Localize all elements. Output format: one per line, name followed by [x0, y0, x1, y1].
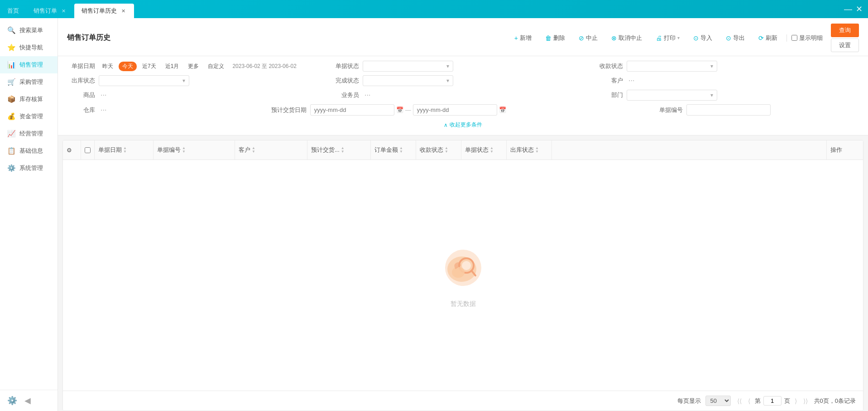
expected-date-control: 📅 — 📅: [310, 104, 655, 116]
th-payment-status[interactable]: 收款状态 ▲▼: [416, 140, 461, 160]
th-settings[interactable]: ⚙: [63, 140, 81, 160]
order-status-select[interactable]: ▾: [363, 61, 453, 72]
th-date-label: 单据日期: [98, 146, 122, 154]
completion-status-chevron-icon: ▾: [446, 77, 449, 84]
sidebar-item-sys-mgmt[interactable]: ⚙️ 系统管理: [0, 160, 58, 177]
th-delivery-status[interactable]: 出库状态 ▲▼: [507, 140, 552, 160]
display-detail-checkbox[interactable]: [791, 35, 797, 41]
cancel-stop-label: 取消中止: [619, 34, 642, 42]
toolbar-divider: [786, 34, 787, 42]
window-minimize-icon[interactable]: —: [844, 5, 852, 14]
date-sort-icon: ▲▼: [123, 146, 127, 154]
department-select[interactable]: ▾: [627, 90, 717, 101]
page-next-button[interactable]: ⟩: [793, 396, 799, 406]
th-order-no-label: 单据编号: [157, 146, 181, 154]
customer-more-icon[interactable]: ···: [627, 77, 636, 85]
shortcut-custom[interactable]: 自定义: [204, 62, 228, 71]
sidebar-item-finance[interactable]: 💰 资金管理: [0, 108, 58, 125]
salesperson-more-icon[interactable]: ···: [363, 91, 372, 99]
query-button[interactable]: 查询: [831, 24, 859, 37]
new-icon: +: [514, 34, 518, 42]
shortcut-yesterday[interactable]: 昨天: [99, 62, 117, 71]
th-order-status-label: 单据状态: [465, 146, 489, 154]
window-close-icon[interactable]: ✕: [856, 4, 863, 14]
expected-date-start[interactable]: [310, 104, 394, 116]
page-last-button[interactable]: ⟩⟩: [801, 396, 810, 406]
order-no-input[interactable]: [686, 104, 771, 116]
import-button[interactable]: ⊙ 导入: [689, 32, 717, 44]
department-control: ▾: [627, 90, 859, 101]
payment-status-select[interactable]: ▾: [627, 61, 717, 72]
goods-more-icon[interactable]: ···: [99, 91, 108, 99]
sidebar-item-base-info[interactable]: 📋 基础信息: [0, 142, 58, 160]
tab-sales-order-close[interactable]: ✕: [60, 7, 67, 15]
department-label: 部门: [595, 91, 627, 99]
table-body: 暂无数据: [63, 160, 863, 391]
completion-status-select[interactable]: ▾: [363, 75, 453, 86]
page-size-select[interactable]: 50 20 100: [705, 396, 731, 406]
delivery-status-select[interactable]: ▾: [99, 75, 189, 86]
select-all-checkbox[interactable]: [85, 147, 91, 153]
shortcut-more[interactable]: 更多: [184, 62, 202, 71]
sidebar-item-inventory[interactable]: 📦 库存核算: [0, 91, 58, 108]
cancel-stop-button[interactable]: ⊗ 取消中止: [607, 32, 647, 44]
goods-control: ···: [99, 91, 331, 99]
delivery-status-sort-icon: ▲▼: [535, 146, 539, 154]
new-button[interactable]: + 新增: [510, 32, 536, 44]
th-order-no[interactable]: 单据编号 ▲▼: [153, 140, 235, 160]
top-bar: 首页 销售订单 ✕ 销售订单历史 ✕ — ✕: [0, 0, 868, 18]
stop-button[interactable]: ⊘ 中止: [574, 32, 602, 44]
expected-date-sort-icon: ▲▼: [341, 146, 345, 154]
display-detail-check[interactable]: 显示明细: [791, 34, 823, 42]
warehouse-more-icon[interactable]: ···: [99, 106, 108, 114]
filter-row-1: 单据日期 昨天 今天 近7天 近1月 更多 自定义 2023-06-02 至 2…: [67, 61, 859, 72]
quick-nav-icon: ⭐: [7, 44, 16, 52]
total-label: 共0页，0条记录: [814, 397, 856, 405]
th-order-status[interactable]: 单据状态 ▲▼: [461, 140, 507, 160]
sidebar-settings-icon[interactable]: ⚙️: [7, 396, 17, 406]
th-amount[interactable]: 订单金额 ▲▼: [371, 140, 416, 160]
filter-row-3: 商品 ··· 业务员 ··· 部门 ▾: [67, 90, 859, 101]
print-button[interactable]: 🖨 打印 ▾: [651, 32, 684, 44]
finance-icon: 💰: [7, 112, 16, 121]
sidebar-item-quick-nav[interactable]: ⭐ 快捷导航: [0, 39, 58, 56]
sidebar-item-purchase-mgmt[interactable]: 🛒 采购管理: [0, 73, 58, 91]
page-first-button[interactable]: ⟨⟨: [735, 396, 743, 406]
collapse-row[interactable]: ∧ 收起更多条件: [67, 119, 859, 131]
expected-date-end-icon[interactable]: 📅: [499, 106, 506, 113]
expected-date-start-icon[interactable]: 📅: [396, 106, 403, 113]
refresh-button[interactable]: ⟳ 刷新: [754, 32, 782, 44]
sidebar-item-operations[interactable]: 📈 经营管理: [0, 125, 58, 142]
th-date[interactable]: 单据日期 ▲▼: [95, 140, 153, 160]
tab-sales-order-history[interactable]: 销售订单历史 ✕: [74, 4, 134, 18]
delete-button[interactable]: 🗑 删除: [541, 32, 570, 44]
th-customer[interactable]: 客户 ▲▼: [235, 140, 307, 160]
th-expected-date[interactable]: 预计交货... ▲▼: [307, 140, 371, 160]
order-no-control: [686, 104, 859, 116]
empty-text: 暂无数据: [451, 300, 476, 308]
shortcut-today[interactable]: 今天: [119, 62, 137, 71]
page-current-label: 第: [755, 397, 761, 405]
page-prev-button[interactable]: ⟨: [746, 396, 752, 406]
th-checkbox[interactable]: [81, 140, 95, 160]
export-button[interactable]: ⊙ 导出: [721, 32, 749, 44]
sidebar-item-search-menu[interactable]: 🔍 搜索菜单: [0, 22, 58, 39]
tab-sales-order[interactable]: 销售订单 ✕: [26, 4, 74, 18]
payment-status-sort-icon: ▲▼: [445, 146, 448, 154]
th-spacer: [552, 140, 827, 160]
page-header: 销售订单历史 + 新增 🗑 删除 ⊘ 中止 ⊗: [58, 18, 868, 56]
sidebar-collapse-icon[interactable]: ◀: [24, 396, 31, 406]
shortcut-7days[interactable]: 近7天: [139, 62, 160, 71]
settings-button[interactable]: 设置: [831, 39, 859, 52]
tab-sales-order-history-label: 销售订单历史: [82, 7, 117, 15]
tab-sales-order-history-close[interactable]: ✕: [120, 7, 127, 15]
shortcut-1month[interactable]: 近1月: [162, 62, 183, 71]
sidebar-item-sales-mgmt[interactable]: 📊 销售管理: [0, 56, 58, 73]
expected-date-end[interactable]: [413, 104, 497, 116]
page-input[interactable]: [763, 396, 782, 406]
empty-svg: [438, 243, 488, 293]
main-layout: 🔍 搜索菜单 ⭐ 快捷导航 📊 销售管理 🛒 采购管理 📦 库存核算 💰 资金管…: [0, 18, 868, 411]
salesperson-label: 业务员: [331, 91, 363, 99]
search-menu-icon: 🔍: [7, 26, 16, 34]
tab-home[interactable]: 首页: [0, 4, 26, 18]
